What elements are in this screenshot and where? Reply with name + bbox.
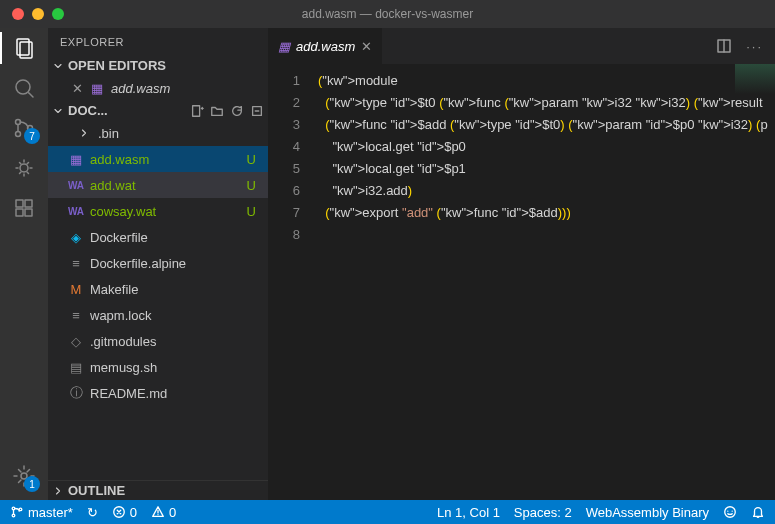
maximize-window[interactable] [52,8,64,20]
close-icon[interactable]: ✕ [72,81,83,96]
chevron-down-icon [52,60,64,72]
outline-header[interactable]: OUTLINE [48,480,268,500]
sidebar-title: EXPLORER [48,28,268,56]
activity-bar: 7 1 [0,28,48,500]
tree-item[interactable]: MMakefile [48,276,268,302]
md-icon: ⓘ [68,384,84,402]
file-icon: ≡ [68,256,84,271]
errors-indicator[interactable]: 0 [112,505,137,520]
svg-point-6 [20,164,28,172]
svg-rect-8 [25,200,32,207]
collapse-icon[interactable] [250,104,264,118]
tree-item[interactable]: ▤memusg.sh [48,354,268,380]
notifications-icon[interactable] [751,505,765,519]
wa-icon: WA [68,180,84,191]
language-mode[interactable]: WebAssembly Binary [586,505,709,520]
tree-item[interactable]: ▦add.wasmU [48,146,268,172]
open-editor-name: add.wasm [111,81,170,96]
file-name: cowsay.wat [90,204,156,219]
indentation[interactable]: Spaces: 2 [514,505,572,520]
file-name: Makefile [90,282,138,297]
folder-icon [76,127,92,139]
sync-indicator[interactable]: ↻ [87,505,98,520]
main: 7 1 EXPLORER OPEN EDITORS ✕ ▦ add.wasm D… [0,28,775,500]
wa-icon: WA [68,206,84,217]
line-numbers: 12345678 [268,70,318,500]
tree-item[interactable]: .bin [48,120,268,146]
file-tree: .bin▦add.wasmUWAadd.watUWAcowsay.watU◈Do… [48,120,268,480]
svg-point-2 [16,80,30,94]
search-icon[interactable] [12,76,36,100]
minimap[interactable] [735,64,775,94]
tree-item[interactable]: WAadd.watU [48,172,268,198]
file-name: memusg.sh [90,360,157,375]
tree-item[interactable]: ⓘREADME.md [48,380,268,406]
file-icon: ≡ [68,308,84,323]
tab-add-wasm[interactable]: ▦ add.wasm ✕ [268,28,382,64]
file-name: wapm.lock [90,308,151,323]
split-editor-icon[interactable] [716,38,732,54]
wasm-file-icon: ▦ [89,81,105,96]
wasm-file-icon: ▦ [278,39,290,54]
tab-label: add.wasm [296,39,355,54]
tree-item[interactable]: WAcowsay.watU [48,198,268,224]
refresh-icon[interactable] [230,104,244,118]
cursor-position[interactable]: Ln 1, Col 1 [437,505,500,520]
feedback-icon[interactable] [723,505,737,519]
git-icon: ◇ [68,334,84,349]
titlebar: add.wasm — docker-vs-wasmer [0,0,775,28]
tree-item[interactable]: ◇.gitmodules [48,328,268,354]
file-name: README.md [90,386,167,401]
svg-rect-10 [25,209,32,216]
file-name: Dockerfile [90,230,148,245]
tree-item[interactable]: ≡wapm.lock [48,302,268,328]
status-bar: master* ↻ 0 0 Ln 1, Col 1 Spaces: 2 WebA… [0,500,775,524]
window-title: add.wasm — docker-vs-wasmer [302,7,473,21]
folder-label: DOC... [68,103,108,118]
new-file-icon[interactable] [190,104,204,118]
open-editor-item[interactable]: ✕ ▦ add.wasm [48,75,268,101]
settings-gear-icon[interactable]: 1 [12,464,36,488]
file-name: .gitmodules [90,334,156,349]
scm-badge: 7 [24,128,40,144]
minimize-window[interactable] [32,8,44,20]
docker-icon: ◈ [68,230,84,245]
tab-bar: ▦ add.wasm ✕ ··· [268,28,775,64]
warnings-indicator[interactable]: 0 [151,505,176,520]
close-tab-icon[interactable]: ✕ [361,39,372,54]
editor-actions: ··· [716,28,775,64]
chevron-right-icon [52,485,64,497]
code-lines[interactable]: ("kw">module ("kw">type "id">$t0 ("kw">f… [318,70,775,500]
branch-indicator[interactable]: master* [10,505,73,520]
open-editors-label: OPEN EDITORS [68,58,166,73]
sh-icon: ▤ [68,360,84,375]
debug-icon[interactable] [12,156,36,180]
svg-point-19 [725,507,736,518]
more-icon[interactable]: ··· [746,39,763,54]
wasm-icon: ▦ [68,152,84,167]
make-icon: M [68,282,84,297]
outline-label: OUTLINE [68,483,125,498]
gear-badge: 1 [24,476,40,492]
svg-rect-12 [193,105,200,116]
svg-rect-7 [16,200,23,207]
file-name: .bin [98,126,119,141]
source-control-icon[interactable]: 7 [12,116,36,140]
tree-item[interactable]: ◈Dockerfile [48,224,268,250]
folder-actions [190,104,264,118]
svg-rect-9 [16,209,23,216]
folder-header[interactable]: DOC... [48,101,268,120]
close-window[interactable] [12,8,24,20]
open-editors-header[interactable]: OPEN EDITORS [48,56,268,75]
file-name: add.wat [90,178,136,193]
explorer-icon[interactable] [12,36,36,60]
sidebar: EXPLORER OPEN EDITORS ✕ ▦ add.wasm DOC..… [48,28,268,500]
editor: ▦ add.wasm ✕ ··· 12345678 ("kw">module (… [268,28,775,500]
traffic-lights [0,8,64,20]
chevron-down-icon [52,105,64,117]
file-name: Dockerfile.alpine [90,256,186,271]
extensions-icon[interactable] [12,196,36,220]
tree-item[interactable]: ≡Dockerfile.alpine [48,250,268,276]
code-area[interactable]: 12345678 ("kw">module ("kw">type "id">$t… [268,64,775,500]
new-folder-icon[interactable] [210,104,224,118]
